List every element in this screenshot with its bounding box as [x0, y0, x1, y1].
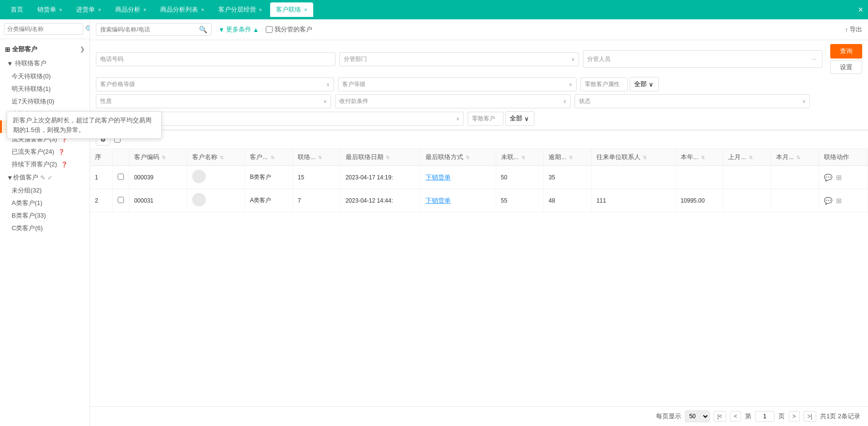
- sidebar-all-customers[interactable]: ⊞ 全部客户 ❯: [0, 42, 90, 57]
- nav-customer-contact-close[interactable]: ×: [304, 7, 307, 13]
- action-buttons: 查询 设置: [830, 44, 862, 74]
- sidebar-item-class-b[interactable]: B类客户(33): [0, 209, 90, 222]
- nav-product-analysis-close[interactable]: ×: [143, 7, 146, 13]
- sidebar-search-area: 🔍: [0, 19, 90, 39]
- help-icon-lost[interactable]: ❓: [58, 149, 65, 155]
- nav-purchase[interactable]: 进货单 ×: [70, 2, 107, 17]
- my-customer-checkbox[interactable]: [266, 26, 273, 33]
- sidebar-item-today[interactable]: 今天待联络(0): [0, 70, 90, 83]
- prev-page-button[interactable]: <: [730, 411, 741, 422]
- sort-icon-overdue: ⇅: [569, 155, 573, 160]
- cell-method-2[interactable]: 下销货单: [420, 189, 496, 212]
- filter-payment[interactable]: 收付款条件 ∨: [335, 94, 570, 108]
- person-ellipsis[interactable]: ···: [809, 53, 818, 65]
- filter-customer-grade[interactable]: 客户等级 ∨: [338, 77, 576, 91]
- sidebar-group-pending-title[interactable]: ▼ 待联络客户: [0, 57, 90, 70]
- cell-person-2: 111: [591, 189, 675, 212]
- chevron-down-icon8: ∨: [456, 116, 459, 121]
- nav-home[interactable]: 首页: [5, 2, 29, 17]
- filter-retail-attr[interactable]: 零散客户属性: [580, 77, 628, 91]
- sidebar-item-class-a[interactable]: A类客户(1): [0, 197, 90, 209]
- filter-dept[interactable]: 分管部门 ∨: [339, 52, 579, 66]
- nav-sales[interactable]: 销货单 ×: [31, 2, 68, 17]
- avatar-2: [192, 193, 206, 206]
- filter-search-icon[interactable]: 🔍: [199, 26, 207, 33]
- filter-customer-type[interactable]: 客户类型 ∨: [112, 112, 464, 126]
- cell-this-month-2: [771, 189, 819, 212]
- cell-last-month-2: [723, 189, 771, 212]
- sort-icon-date: ⇅: [386, 155, 390, 160]
- help-icon-declining[interactable]: ❓: [61, 162, 68, 168]
- sidebar-item-7days[interactable]: 近7天待联络(0): [0, 95, 90, 108]
- edit-icon[interactable]: ✎: [40, 174, 46, 181]
- nav-sales-close[interactable]: ×: [59, 7, 62, 13]
- sidebar-item-declining[interactable]: 持续下滑客户(2) ❓: [0, 158, 90, 171]
- query-button[interactable]: 查询: [830, 44, 862, 59]
- filter-price-grade[interactable]: 客户价格等级 ∨: [96, 77, 334, 91]
- menu-icon-2[interactable]: ⊞: [836, 197, 842, 205]
- sidebar-item-lost[interactable]: 已流失客户(24) ❓: [0, 146, 90, 158]
- col-no-contact: 未联... ⇅: [496, 149, 544, 166]
- nav-customer-contact[interactable]: 客户联络 ×: [270, 2, 313, 17]
- row2-checkbox[interactable]: [118, 197, 124, 203]
- table-wrapper[interactable]: 序 客户编码 ⇅ 客户名称 ⇅ 客户...: [90, 149, 868, 406]
- nav-purchase-close[interactable]: ×: [98, 7, 101, 13]
- more-filter-btn[interactable]: ▼ 更多条件 ▲: [215, 23, 262, 36]
- content-area: 🔍 ▼ 更多条件 ▲ 我分管的客户 ↑ 导出 电话号码: [90, 19, 868, 426]
- cell-checkbox-2[interactable]: [112, 189, 129, 212]
- top-nav-right: ×: [858, 5, 863, 15]
- cell-contact-1: 15: [293, 166, 341, 189]
- cell-method-1[interactable]: 下销货单: [420, 166, 496, 189]
- nav-customer-segment-close[interactable]: ×: [259, 7, 262, 13]
- avatar-1: [192, 170, 206, 183]
- last-page-button[interactable]: >|: [804, 411, 816, 422]
- chat-icon-1[interactable]: 💬: [824, 174, 832, 181]
- sidebar-search-icon[interactable]: 🔍: [85, 25, 90, 33]
- chevron-down-icon2: ∨: [326, 82, 330, 87]
- method-link-2[interactable]: 下销货单: [426, 197, 451, 204]
- filter-row-4: ... 客户类型 ∨ 零散客户 全部 ∨: [96, 111, 862, 126]
- cell-checkbox-1[interactable]: [112, 166, 129, 189]
- chevron-up-icon: ▲: [253, 26, 259, 33]
- menu-icon-1[interactable]: ⊞: [836, 174, 842, 181]
- nav-customer-segment[interactable]: 客户分层经营 ×: [213, 2, 268, 17]
- settings-button[interactable]: 设置: [830, 60, 862, 74]
- export-icon: ↑: [845, 26, 849, 33]
- nav-product-list-close[interactable]: ×: [201, 7, 204, 13]
- check-icon[interactable]: ✓: [47, 174, 53, 181]
- filter-search-input[interactable]: [100, 26, 197, 33]
- filter-phone[interactable]: 电话号码: [96, 52, 335, 66]
- filter-retail-value[interactable]: 全部 ∨: [505, 111, 534, 126]
- filter-person[interactable]: 分管人员 ···: [583, 50, 822, 68]
- sidebar-item-tomorrow[interactable]: 明天待联络(1): [0, 83, 90, 95]
- sidebar-item-class-c[interactable]: C类客户(6): [0, 222, 90, 235]
- sidebar-search-input[interactable]: [4, 23, 83, 35]
- sidebar-collapse-btn[interactable]: ❯: [80, 46, 85, 53]
- window-close-button[interactable]: ×: [858, 5, 863, 15]
- nav-product-analysis[interactable]: 商品分析 ×: [109, 2, 152, 17]
- sort-icon-code: ⇅: [162, 155, 166, 160]
- sidebar-item-ungroup[interactable]: 未分组(32): [0, 184, 90, 197]
- filter-retail-attr-value[interactable]: 全部 ∨: [630, 77, 659, 91]
- page-size-select[interactable]: 50 20 100: [685, 411, 710, 422]
- method-link-1[interactable]: 下销货单: [426, 174, 451, 181]
- cell-action-1: 💬 ⊞: [819, 166, 868, 189]
- filter-status[interactable]: 状态 ∨: [575, 94, 810, 108]
- row1-checkbox[interactable]: [118, 174, 124, 180]
- chevron-down-icon7: ∨: [802, 99, 806, 104]
- next-page-button[interactable]: >: [789, 411, 800, 422]
- page-input[interactable]: [755, 411, 775, 422]
- sort-icon-last-month: ⇅: [749, 155, 753, 160]
- first-page-button[interactable]: |<: [714, 411, 726, 422]
- col-last-month: 上月... ⇅: [723, 149, 771, 166]
- chat-icon-2[interactable]: 💬: [824, 197, 832, 205]
- filter-icon: ▼: [218, 26, 225, 33]
- nav-product-list[interactable]: 商品分析列表 ×: [154, 2, 210, 17]
- pagination: 每页显示 50 20 100 |< < 第 页 > >| 共1页 2条记录: [90, 406, 868, 426]
- export-button[interactable]: ↑ 导出: [845, 25, 863, 34]
- chevron-down-icon4: ∨: [649, 81, 654, 88]
- cell-this-month-1: [771, 166, 819, 189]
- sidebar-price-customer-header[interactable]: ▼ 价值客户 ✎ ✓: [0, 171, 90, 184]
- filter-nature[interactable]: 性质 ∨: [96, 94, 331, 108]
- col-seq: 序: [90, 149, 112, 166]
